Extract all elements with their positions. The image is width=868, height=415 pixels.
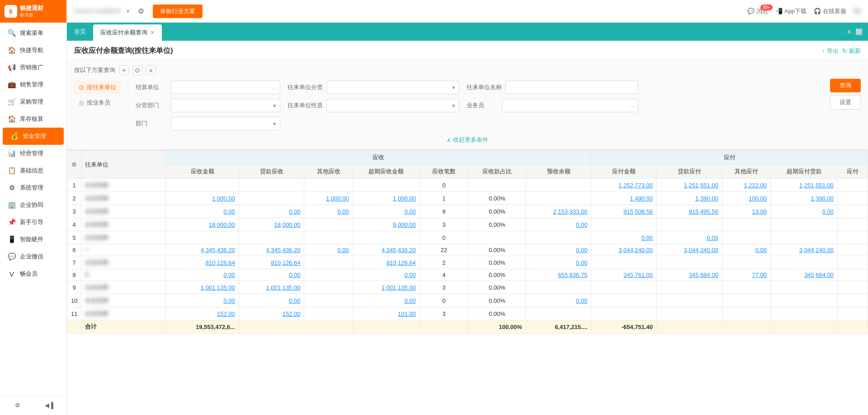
query-button[interactable]: 查询 [830,79,861,92]
topbar-user[interactable]: Rit [854,8,861,14]
pay-loan[interactable]: 345,684.00 [657,269,722,281]
pay-other[interactable]: 13.00 [722,205,770,218]
rec-other[interactable]: 1,000.00 [304,192,353,205]
rec-loan[interactable]: 4,345,436.20 [239,244,304,256]
sidebar-item-smart-hw[interactable]: 📱 智能硬件 [0,231,66,248]
pay-amount[interactable]: 3,044,240.00 [591,244,657,256]
rec-amount[interactable]: 1,001,135.00 [166,281,239,294]
rec-overdue[interactable]: 1,001,135.00 [353,281,420,294]
rec-overdue[interactable]: 9,000.00 [353,218,420,231]
rec-overdue[interactable]: 1,000.00 [353,192,420,205]
filter-input-salesman[interactable]: ··· [502,99,638,112]
pay-overdue[interactable]: 345,684.00 [771,269,838,281]
rec-other[interactable]: 0.00 [304,244,353,256]
trial-btn[interactable]: 体验行业方案 [153,5,203,18]
pay-other[interactable]: 1,222.00 [722,179,770,192]
pay-amount[interactable]: 345,761.00 [591,269,657,281]
refresh-btn[interactable]: ↻ 刷新 [842,47,861,55]
rec-overdue[interactable]: 0.00 [353,269,420,281]
pay-overdue[interactable]: 3,044,240.00 [771,244,838,256]
rec-loan[interactable]: 0.00 [239,269,304,281]
tab-close-icon[interactable]: ✕ [150,29,155,36]
rec-loan[interactable]: 810,126.64 [239,256,304,269]
sidebar-item-search-menu[interactable]: 🔍 搜索菜单 [0,24,66,42]
rec-overdue[interactable]: 810,126.64 [353,256,420,269]
sidebar-item-sales[interactable]: 💼 销售管理 [0,76,66,93]
pay-overdue[interactable]: 1,251,551.00 [771,179,838,192]
filter-settings-btn[interactable]: ⊙ [132,65,142,75]
pay-amount[interactable]: 1,490.00 [591,192,657,205]
sidebar-item-marketing[interactable]: 📢 营销推广 [0,59,66,76]
rec-amount[interactable]: 810,126.64 [166,256,239,269]
rec-overdue[interactable]: 101.00 [353,307,420,320]
collapse-filter-btn[interactable]: ∧ 收起更多条件 [74,136,861,144]
rec-amount[interactable]: 0.00 [166,294,239,307]
filter-select-partner-nature[interactable]: ▾ [326,99,459,112]
sidebar-settings-btn[interactable]: ⚙ [4,399,32,411]
filter-select-dept[interactable]: ▾ [171,99,280,112]
topbar-online-service[interactable]: 🎧 在线客服 [814,7,846,15]
topbar-message[interactable]: 💬 消息 99+ [747,7,768,15]
filter-select-sub-dept[interactable]: ▾ [171,117,280,130]
filter-select-partner-category[interactable]: ▾ [326,81,459,94]
pre-balance[interactable]: 2,153,333.00 [526,205,591,218]
tabbar-expand-icon[interactable]: ⬜ [855,29,863,35]
pay-other[interactable]: 100.00 [722,192,770,205]
sidebar-item-base-info[interactable]: 📋 基础信息 [0,162,66,179]
sidebar-item-finance[interactable]: 💰 资金管理 [3,128,64,145]
filter-input-partner-name[interactable] [505,81,638,94]
sidebar-item-wechat[interactable]: 💬 企业微信 [0,248,66,265]
pay-other[interactable]: 0.00 [722,244,770,256]
rec-overdue[interactable]: 0.00 [353,205,420,218]
topbar-settings-btn[interactable]: ⚙ [135,5,147,18]
tab-home[interactable]: 首页 [67,23,93,41]
filter-input-settlement[interactable]: ··· [171,81,280,94]
pay-amount[interactable]: 0.00 [591,231,657,244]
pay-amount[interactable]: 915,508.56 [591,205,657,218]
rec-other[interactable]: 0.00 [304,205,353,218]
rec-overdue[interactable]: 4,345,436.20 [353,244,420,256]
rec-loan[interactable]: 152.00 [239,307,304,320]
sidebar-item-quick-nav[interactable]: 🏠 快捷导航 [0,42,66,59]
tab-receivable-query[interactable]: 应收应付余额查询 ✕ [93,24,162,41]
table-settings-icon[interactable]: ⚙ [71,161,77,168]
sidebar-item-purchase[interactable]: 🛒 采购管理 [0,93,66,110]
pre-balance[interactable]: 0.00 [526,256,591,269]
pay-loan[interactable]: 1,251,551.00 [657,179,722,192]
pre-balance[interactable]: 0.00 [526,244,591,256]
sidebar-item-inventory[interactable]: 🏠 库存核算 [0,110,66,128]
filter-settings-button[interactable]: 设置 [830,95,861,110]
rec-amount[interactable]: 0.00 [166,205,239,218]
rec-loan[interactable]: 0.00 [239,205,304,218]
rec-loan[interactable]: 1,001,135.00 [239,281,304,294]
topbar-app-download[interactable]: 📲 App下载 [775,7,807,15]
filter-collapse-btn[interactable]: « [146,65,156,75]
rec-amount[interactable]: 1,000.00 [166,192,239,205]
pay-other[interactable]: 77.00 [722,269,770,281]
rec-amount[interactable]: 0.00 [166,269,239,281]
rec-loan[interactable]: 18,000.00 [239,218,304,231]
pay-amount[interactable]: 1,252,773.00 [591,179,657,192]
pre-balance[interactable]: 655,636.75 [526,269,591,281]
sidebar-collapse-btn[interactable]: ◀▐ [35,399,63,411]
pre-balance[interactable]: 0.00 [526,294,591,307]
tabbar-close-icon[interactable]: ✕ [847,29,852,35]
rec-amount[interactable]: 152.00 [166,307,239,320]
rec-overdue[interactable]: 0.00 [353,294,420,307]
filter-add-btn[interactable]: + [119,65,129,75]
sidebar-item-guide[interactable]: 📌 新手引导 [0,214,66,231]
pay-loan[interactable]: 3,044,240.00 [657,244,722,256]
pay-loan[interactable]: 1,390.00 [657,192,722,205]
pay-overdue[interactable]: 0.00 [771,205,838,218]
rec-amount[interactable]: 4,345,436.20 [166,244,239,256]
export-btn[interactable]: ↑ 导出 [822,47,839,55]
sidebar-item-enterprise[interactable]: 🏢 企业协同 [0,196,66,214]
pre-balance[interactable]: 0.00 [526,218,591,231]
view-by-salesman[interactable]: ◎ 按业务员 [74,96,121,110]
sidebar-item-operation[interactable]: 📊 经营管理 [0,145,66,162]
pay-loan[interactable]: 915,495.56 [657,205,722,218]
sidebar-item-member[interactable]: V 畅会员 [0,265,66,282]
rec-amount[interactable]: 18,000.00 [166,218,239,231]
pay-overdue[interactable]: 1,390.00 [771,192,838,205]
pay-loan[interactable]: 0.00 [657,231,722,244]
